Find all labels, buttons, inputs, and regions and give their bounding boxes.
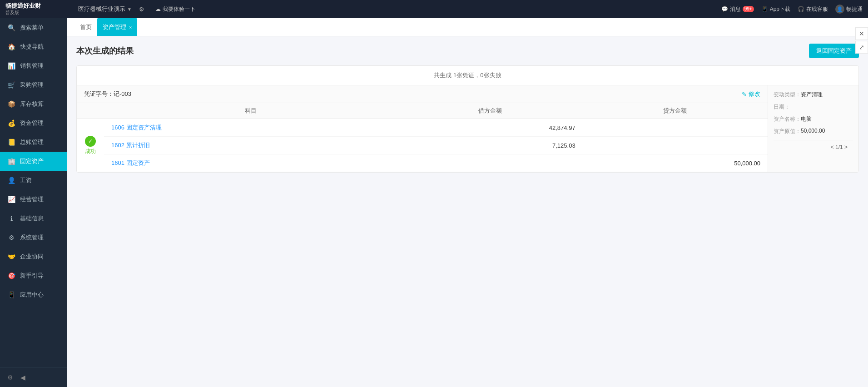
date-label: 日期： bbox=[774, 103, 801, 111]
tab-home[interactable]: 首页 bbox=[74, 18, 97, 36]
col-credit-header: 贷方金额 bbox=[583, 103, 768, 119]
sidebar: 🔍 搜索菜单 🏠 快捷导航 📊 销售管理 🛒 采购管理 📦 库存核算 💰 资金管… bbox=[0, 18, 67, 387]
date-row: 日期： bbox=[774, 103, 853, 111]
sidebar-item-label: 采购管理 bbox=[20, 81, 44, 89]
sidebar-item-sales[interactable]: 📊 销售管理 bbox=[0, 56, 67, 75]
phone-icon: 📱 bbox=[761, 6, 768, 12]
page-content: 本次生成的结果 返回固定资产 共生成 1张凭证，0张失败 凭证字号：记-003 … bbox=[67, 36, 868, 387]
sidebar-item-app-center[interactable]: 📱 应用中心 bbox=[0, 285, 67, 304]
credit-cell: 50,000.00 bbox=[583, 154, 768, 172]
cloud-icon: ☁ bbox=[155, 6, 161, 12]
voucher-table: 科目 借方金额 贷方金额 ✓ 成功 1606 固定资产清理 42,874.97 bbox=[77, 103, 768, 172]
header-right: 💬 消息 99+ 📱 App下载 🎧 在线客服 👤 畅捷通 bbox=[721, 5, 863, 14]
edit-button[interactable]: ✎ 修改 bbox=[742, 90, 760, 98]
sidebar-item-label: 应用中心 bbox=[20, 291, 44, 299]
change-type-row: 变动类型： 资产清理 bbox=[774, 91, 853, 99]
tab-close-icon[interactable]: × bbox=[129, 25, 132, 30]
user-area[interactable]: 👤 畅捷通 bbox=[835, 5, 863, 14]
close-panel-button[interactable]: ✕ bbox=[855, 27, 868, 40]
sidebar-item-basic-info[interactable]: ℹ 基础信息 bbox=[0, 209, 67, 228]
sales-icon: 📊 bbox=[7, 62, 15, 70]
message-label: 消息 bbox=[730, 5, 741, 13]
sidebar-item-system[interactable]: ⚙ 系统管理 bbox=[0, 228, 67, 247]
basic-info-icon: ℹ bbox=[7, 214, 15, 223]
app-download-label: App下载 bbox=[770, 5, 790, 13]
message-icon: 💬 bbox=[721, 6, 728, 12]
edit-icon: ✎ bbox=[742, 91, 747, 98]
content-area: 首页 资产管理 × 本次生成的结果 返回固定资产 共生成 1张凭证，0张失败 bbox=[67, 18, 868, 387]
sidebar-item-label: 固定资产 bbox=[20, 157, 44, 165]
col-status-header bbox=[77, 103, 104, 119]
sidebar-item-label: 快捷导航 bbox=[20, 43, 44, 51]
quick-nav-icon: 🏠 bbox=[7, 43, 15, 51]
sidebar-collapse-icon[interactable]: ◀ bbox=[20, 374, 25, 381]
credit-cell bbox=[583, 137, 768, 154]
voucher-number: 凭证字号：记-003 bbox=[84, 90, 131, 98]
sidebar-settings-icon[interactable]: ⚙ bbox=[7, 374, 13, 381]
original-value-value: 50,000.00 bbox=[801, 128, 825, 135]
asset-name-label: 资产名称： bbox=[774, 115, 801, 123]
sidebar-item-enterprise[interactable]: 🤝 企业协同 bbox=[0, 247, 67, 266]
table-row: 1601 固定资产 50,000.00 bbox=[77, 154, 768, 172]
sidebar-item-search[interactable]: 🔍 搜索菜单 bbox=[0, 18, 67, 37]
return-button[interactable]: 返回固定资产 bbox=[809, 44, 859, 58]
debit-cell: 42,874.97 bbox=[397, 119, 582, 137]
experience-label: 我要体验一下 bbox=[163, 5, 195, 13]
sidebar-item-fixed-assets[interactable]: 🏢 固定资产 bbox=[0, 152, 67, 171]
edit-label: 修改 bbox=[749, 90, 760, 98]
company-selector[interactable]: 医疗器械行业演示 ▼ bbox=[78, 5, 132, 13]
app-download-action[interactable]: 📱 App下载 bbox=[761, 5, 790, 13]
sidebar-scroll: 🔍 搜索菜单 🏠 快捷导航 📊 销售管理 🛒 采购管理 📦 库存核算 💰 资金管… bbox=[0, 18, 67, 367]
top-header: 畅捷通好业财 普及版 医疗器械行业演示 ▼ ⚙ ☁ 我要体验一下 💬 消息 99… bbox=[0, 0, 868, 18]
settings-icon-btn[interactable]: ⚙ bbox=[135, 3, 148, 15]
debit-cell: 7,125.03 bbox=[397, 137, 582, 154]
expand-panel-button[interactable]: ⤢ bbox=[855, 41, 868, 54]
sidebar-item-finance[interactable]: 💰 资金管理 bbox=[0, 114, 67, 133]
pagination[interactable]: < 1/1 > bbox=[774, 140, 853, 154]
sidebar-item-label: 企业协同 bbox=[20, 253, 44, 261]
customer-service-action[interactable]: 🎧 在线客服 bbox=[798, 5, 828, 13]
logo-area: 畅捷通好业财 普及版 bbox=[5, 2, 69, 16]
subject-cell: 1601 固定资产 bbox=[104, 154, 397, 172]
sidebar-item-label: 销售管理 bbox=[20, 62, 44, 70]
voucher-main: 凭证字号：记-003 ✎ 修改 科目 借方金额 bbox=[77, 85, 768, 172]
operations-icon: 📈 bbox=[7, 195, 15, 203]
credit-cell bbox=[583, 119, 768, 137]
change-type-label: 变动类型： bbox=[774, 91, 801, 99]
tab-label: 资产管理 bbox=[103, 23, 126, 31]
change-type-value: 资产清理 bbox=[801, 91, 823, 99]
sidebar-bottom: ⚙ ◀ bbox=[0, 367, 67, 387]
original-value-label: 资产原值： bbox=[774, 128, 801, 135]
sidebar-item-operations[interactable]: 📈 经营管理 bbox=[0, 190, 67, 209]
enterprise-icon: 🤝 bbox=[7, 253, 15, 261]
voucher-container: 凭证字号：记-003 ✎ 修改 科目 借方金额 bbox=[77, 85, 858, 172]
sidebar-item-label: 资金管理 bbox=[20, 119, 44, 127]
sidebar-item-label: 总账管理 bbox=[20, 138, 44, 146]
payroll-icon: 👤 bbox=[7, 176, 15, 184]
logo-subtitle: 普及版 bbox=[5, 10, 19, 16]
app-center-icon: 📱 bbox=[7, 291, 15, 299]
sidebar-item-label: 工资 bbox=[20, 176, 32, 184]
success-text: 成功 bbox=[84, 148, 97, 155]
guide-icon: 🎯 bbox=[7, 272, 15, 280]
sidebar-item-inventory[interactable]: 📦 库存核算 bbox=[0, 94, 67, 114]
message-action[interactable]: 💬 消息 99+ bbox=[721, 5, 754, 13]
experience-btn[interactable]: ☁ 我要体验一下 bbox=[155, 5, 195, 13]
debit-cell bbox=[397, 154, 582, 172]
result-summary: 共生成 1张凭证，0张失败 bbox=[77, 66, 858, 85]
voucher-info-panel: 变动类型： 资产清理 日期： 资产名称： 电脑 资产原值： bbox=[768, 85, 858, 172]
customer-service-label: 在线客服 bbox=[806, 5, 828, 13]
company-name: 医疗器械行业演示 bbox=[78, 5, 125, 13]
sidebar-item-purchase[interactable]: 🛒 采购管理 bbox=[0, 75, 67, 94]
panel-controls: ✕ ⤢ bbox=[855, 27, 868, 54]
message-badge: 99+ bbox=[743, 6, 754, 12]
main-layout: 🔍 搜索菜单 🏠 快捷导航 📊 销售管理 🛒 采购管理 📦 库存核算 💰 资金管… bbox=[0, 18, 868, 387]
sidebar-item-quick-nav[interactable]: 🏠 快捷导航 bbox=[0, 37, 67, 56]
sidebar-item-guide[interactable]: 🎯 新手引导 bbox=[0, 266, 67, 285]
sidebar-item-payroll[interactable]: 👤 工资 bbox=[0, 171, 67, 190]
tab-asset-management[interactable]: 资产管理 × bbox=[97, 18, 137, 36]
fixed-assets-icon: 🏢 bbox=[7, 157, 15, 165]
sidebar-item-label: 搜索菜单 bbox=[20, 24, 44, 32]
sidebar-item-ledger[interactable]: 📒 总账管理 bbox=[0, 133, 67, 152]
table-row: 1602 累计折旧 7,125.03 bbox=[77, 137, 768, 154]
